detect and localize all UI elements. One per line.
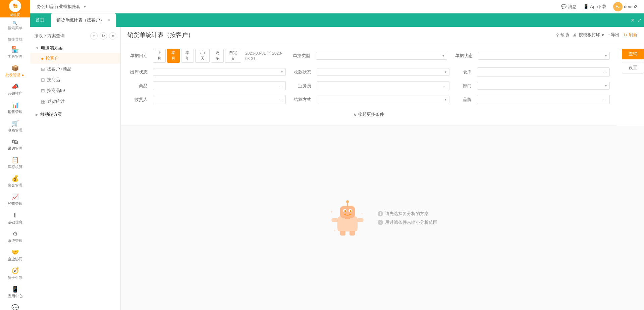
sidebar-item-operations[interactable]: 📈 经营管理 xyxy=(0,191,30,209)
order-status-select[interactable]: ▾ xyxy=(478,52,610,60)
header-dropdown-icon[interactable]: ▾ xyxy=(84,4,86,9)
brand-control: ··· xyxy=(477,95,610,104)
window-close-icon[interactable]: ✕ xyxy=(631,17,635,23)
date-btn-last-month[interactable]: 上月 xyxy=(153,49,166,63)
sidebar-item-apps[interactable]: 📱 应用中心 xyxy=(0,283,30,301)
search-label: 搜索菜单 xyxy=(0,25,30,31)
date-btn-more[interactable]: 更多 xyxy=(211,49,224,63)
receipt-status-select[interactable]: ▾ xyxy=(317,68,449,76)
tab-close-btn[interactable]: ✕ xyxy=(107,18,110,22)
basic-icon: ℹ xyxy=(14,212,16,219)
sidebar-item-retail[interactable]: 🏪 零售管理 xyxy=(0,43,30,62)
collapse-panel-btn[interactable]: « xyxy=(109,32,116,40)
scheme-refund-stat-label: 退货统计 xyxy=(47,98,65,104)
print-dropdown-icon: ▾ xyxy=(602,33,604,38)
receipt-status-control: ▾ xyxy=(317,68,449,76)
sidebar-logo[interactable]: 畅 标签页 xyxy=(0,0,30,17)
panel-header-title: 按以下方案查询 xyxy=(34,33,65,39)
date-label: 单据日期 xyxy=(127,53,148,59)
empty-tips: 1 请先选择要分析的方案 2 用过滤条件来缩小分析范围 xyxy=(378,211,437,225)
apps-icon: 📱 xyxy=(11,286,19,293)
header-title: 办公用品行业模拟账套 xyxy=(37,4,80,10)
template-print-btn[interactable]: 🖨 按模板打印 ▾ xyxy=(573,32,604,38)
query-btn[interactable]: 查询 xyxy=(622,49,644,59)
sidebar-item-wholesale[interactable]: 📦 批发管理 ▲ xyxy=(0,62,30,80)
receipt-status-arrow: ▾ xyxy=(445,70,446,74)
sidebar-item-newbie[interactable]: 🧭 新手引导 xyxy=(0,264,30,283)
avatar-text: Ea xyxy=(615,4,621,9)
date-btn-this-month[interactable]: 本月 xyxy=(167,49,180,63)
payment-method-select[interactable]: ▾ xyxy=(317,96,449,103)
product-select[interactable]: ··· xyxy=(153,81,286,90)
recipient-control: ··· xyxy=(153,95,286,104)
order-type-select[interactable]: ▾ xyxy=(316,52,447,60)
tab-window-controls: ✕ ⤢ xyxy=(631,17,641,23)
scheme-by-customer[interactable]: ● 按客户 xyxy=(30,53,120,64)
salesperson-select[interactable]: ··· xyxy=(317,81,449,90)
refresh-scheme-btn[interactable]: ↻ xyxy=(100,32,107,40)
sidebar-item-basic[interactable]: ℹ 基础信息 xyxy=(0,209,30,227)
refresh-btn[interactable]: ↻ 刷新 xyxy=(624,32,637,38)
window-maximize-icon[interactable]: ⤢ xyxy=(637,17,641,23)
sidebar-item-wechat[interactable]: 💬 企业微信 xyxy=(0,301,30,310)
department-arrow: ▾ xyxy=(605,84,607,88)
user-avatar-btn[interactable]: Ea demo2 xyxy=(613,2,637,11)
tab-home[interactable]: 首页 xyxy=(30,13,50,27)
filter-area: 单据日期 上月 本月 本年 近7天 更多 自定义 2023-03-01 至 20… xyxy=(121,43,616,126)
scheme-refund-stat[interactable]: ▦ 退货统计 xyxy=(30,96,120,107)
product-label: 商品 xyxy=(127,83,148,89)
template-print-label: 按模板打印 xyxy=(579,32,600,38)
mobile-section-label: 移动端方案 xyxy=(40,111,62,117)
scheme-by-product[interactable]: ⊟ 按商品 xyxy=(30,74,120,85)
ecommerce-label: 电商管理 xyxy=(8,128,22,133)
filter-section: 单据日期 上月 本月 本年 近7天 更多 自定义 2023-03-01 至 20… xyxy=(121,43,644,126)
desktop-section-header[interactable]: ▼ 电脑端方案 xyxy=(30,43,120,53)
collapse-bar[interactable]: ∧ 收起更多条件 xyxy=(127,109,610,120)
sidebar-item-inventory[interactable]: 📋 库存核算 xyxy=(0,154,30,172)
sidebar-item-purchase[interactable]: 🛍 采购管理 xyxy=(0,136,30,154)
sidebar-item-ecommerce[interactable]: 🛒 电商管理 xyxy=(0,117,30,136)
panel-header-actions: + ↻ « xyxy=(90,32,116,40)
app-download-btn[interactable]: 📱 App下载 xyxy=(583,4,606,10)
right-panel: 销货单统计表（按客户） ? 帮助 🖨 按模板打印 ▾ ↑ 导出 xyxy=(121,27,644,310)
out-status-select[interactable]: ▾ xyxy=(153,68,286,76)
department-select[interactable]: ▾ xyxy=(477,82,610,90)
sales-label: 销售管理 xyxy=(8,109,22,114)
export-btn[interactable]: ↑ 导出 xyxy=(608,32,620,38)
settings-btn[interactable]: 设置 xyxy=(622,62,644,73)
bar-icon: ▦ xyxy=(41,99,45,104)
sidebar-item-system[interactable]: ⚙ 系统管理 xyxy=(0,227,30,246)
recipient-select[interactable]: ··· xyxy=(153,95,286,104)
date-btn-this-year[interactable]: 本年 xyxy=(181,49,194,63)
sidebar-item-sales[interactable]: 📊 销售管理 xyxy=(0,99,30,117)
scheme-by-customer-product[interactable]: ⊞ 按客户+商品 xyxy=(30,64,120,74)
scheme-by-customer-label: 按客户 xyxy=(46,55,59,61)
order-type-arrow: ▾ xyxy=(442,54,444,58)
mobile-section: ▶ 移动端方案 xyxy=(30,108,120,121)
help-icon: ? xyxy=(556,33,558,38)
date-btn-7days[interactable]: 近7天 xyxy=(195,49,210,63)
system-label: 系统管理 xyxy=(8,238,22,243)
out-status-arrow: ▾ xyxy=(281,70,283,74)
warehouse-select[interactable]: ··· xyxy=(477,67,610,76)
order-status-label: 单据状态 xyxy=(452,53,473,59)
recipient-dots: ··· xyxy=(279,97,283,102)
desktop-section: ▼ 电脑端方案 ● 按客户 ⊞ 按客户+商品 ⊟ 按商品 ⊟ 按商品99 xyxy=(30,42,120,108)
svg-rect-6 xyxy=(345,217,350,219)
logo-text: 标签页 xyxy=(10,13,20,17)
tip-num-1: 1 xyxy=(378,211,383,216)
sidebar-item-enterprise[interactable]: 🤝 企业协同 xyxy=(0,246,30,264)
tab-sales-stat[interactable]: 销货单统计表（按客户） ✕ xyxy=(51,13,116,27)
svg-rect-1 xyxy=(340,206,355,218)
sidebar-item-marketing[interactable]: 📣 营销推广 xyxy=(0,80,30,99)
brand-select[interactable]: ··· xyxy=(477,95,610,104)
date-btn-custom[interactable]: 自定义 xyxy=(225,49,241,63)
scheme-by-product-99[interactable]: ⊟ 按商品99 xyxy=(30,85,120,96)
help-btn[interactable]: ? 帮助 xyxy=(556,32,569,38)
sidebar-search[interactable]: 🔍 搜索菜单 xyxy=(0,17,30,34)
add-scheme-btn[interactable]: + xyxy=(90,32,98,40)
sidebar-item-finance[interactable]: 💰 资金管理 xyxy=(0,172,30,191)
message-btn[interactable]: 💬 消息 xyxy=(561,4,577,10)
mobile-section-header[interactable]: ▶ 移动端方案 xyxy=(30,109,120,119)
mobile-arrow-icon: ▶ xyxy=(36,113,38,116)
